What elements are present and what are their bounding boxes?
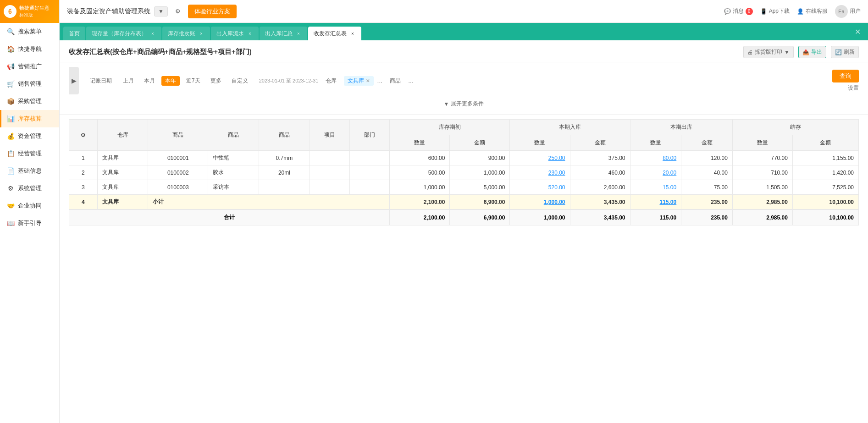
th-warehouse: 仓库 bbox=[97, 120, 148, 151]
total-in-amt: 3,435.00 bbox=[570, 209, 630, 225]
cell-out-amt-1: 40.00 bbox=[681, 165, 733, 180]
user-action[interactable]: Ea 用户 bbox=[835, 5, 861, 18]
cell-dept-2 bbox=[350, 180, 390, 195]
filter-toggle-arrow[interactable]: ▶ bbox=[69, 67, 79, 94]
table-area: ⚙ 仓库 商品 商品 商品 项目 部门 库存期初 本期入库 本期出库 结存 数量 bbox=[60, 115, 868, 230]
page-content: 收发存汇总表(按仓库+商品编码+商品+规格型号+项目+部门) 🖨 拣货版打印 ▼… bbox=[60, 40, 868, 423]
subtotal-warehouse: 文具库 bbox=[97, 195, 148, 210]
date-range-display: 2023-01-01 至 2023-12-31 bbox=[259, 77, 319, 84]
user-label: 用户 bbox=[850, 7, 861, 15]
date-btn-7days[interactable]: 近7天 bbox=[182, 76, 204, 86]
cell-warehouse-1: 文具库 bbox=[97, 165, 148, 180]
tab-close-3[interactable]: × bbox=[247, 30, 253, 37]
cell-in-qty-0[interactable]: 250.00 bbox=[510, 151, 570, 165]
sidebar-item-inventory[interactable]: 📊 库存核算 bbox=[0, 110, 59, 127]
date-btn-more[interactable]: 更多 bbox=[207, 76, 225, 86]
query-btn[interactable]: 查询 bbox=[832, 70, 859, 82]
settings-link[interactable]: 设置 bbox=[848, 84, 859, 92]
header-settings-icon[interactable]: ⚙ bbox=[171, 5, 184, 18]
total-bal-qty: 2,985.00 bbox=[732, 209, 792, 225]
subtotal-in-qty[interactable]: 1,000.00 bbox=[510, 195, 570, 210]
sidebar-item-system[interactable]: ⚙ 系统管理 bbox=[0, 180, 59, 197]
date-btn-this-month[interactable]: 本月 bbox=[140, 76, 159, 86]
cell-init-amt-1: 1,000.00 bbox=[450, 165, 510, 180]
app-download-action[interactable]: 📱 App下载 bbox=[760, 7, 790, 15]
cell-spec-1: 20ml bbox=[259, 165, 310, 180]
subtotal-in-amt: 3,435.00 bbox=[570, 195, 630, 210]
message-action[interactable]: 💬 消息 6 bbox=[724, 7, 753, 15]
total-in-qty: 1,000.00 bbox=[510, 209, 570, 225]
inventory-label: 库存核算 bbox=[18, 115, 42, 123]
subtotal-bal-qty: 2,985.00 bbox=[732, 195, 792, 210]
cell-out-qty-2[interactable]: 15.00 bbox=[630, 180, 681, 195]
sidebar-item-quick-nav[interactable]: 🏠 快捷导航 bbox=[0, 40, 59, 58]
total-bal-amt: 10,100.00 bbox=[792, 209, 858, 225]
cell-init-qty-0: 600.00 bbox=[390, 151, 450, 165]
warehouse-more-btn[interactable]: ... bbox=[377, 77, 383, 84]
th-project: 项目 bbox=[310, 120, 350, 151]
cell-code-0: 0100001 bbox=[148, 151, 208, 165]
tab-close-1[interactable]: × bbox=[149, 30, 156, 37]
cell-no-2: 3 bbox=[69, 180, 98, 195]
close-all-tabs-btn[interactable]: ✕ bbox=[851, 27, 864, 36]
cell-no-0: 1 bbox=[69, 151, 98, 165]
subtotal-out-qty[interactable]: 115.00 bbox=[630, 195, 681, 210]
sidebar-item-basic-info[interactable]: 📄 基础信息 bbox=[0, 162, 59, 180]
system-label: 系统管理 bbox=[18, 184, 42, 192]
sidebar-item-collab[interactable]: 🤝 企业协同 bbox=[0, 197, 59, 214]
tab-5[interactable]: 收发存汇总表× bbox=[308, 27, 361, 40]
purchase-icon: 📦 bbox=[7, 98, 14, 105]
warehouse-tag-close[interactable]: × bbox=[366, 77, 370, 84]
tab-4[interactable]: 出入库汇总× bbox=[260, 27, 307, 40]
date-btn-last-month[interactable]: 上月 bbox=[119, 76, 138, 86]
search-icon: 🔍 bbox=[7, 28, 14, 35]
online-service-action[interactable]: 👤 在线客服 bbox=[797, 7, 828, 15]
date-btn-custom[interactable]: 自定义 bbox=[228, 76, 252, 86]
collab-icon: 🤝 bbox=[7, 202, 14, 209]
cell-project-0 bbox=[310, 151, 350, 165]
subtotal-bal-amt: 10,100.00 bbox=[792, 195, 858, 210]
tab-1[interactable]: 现存量（库存分布表）× bbox=[86, 27, 161, 40]
goods-more-btn[interactable]: ... bbox=[408, 77, 414, 84]
tab-close-2[interactable]: × bbox=[198, 30, 205, 37]
warehouse-tag[interactable]: 文具库 × bbox=[344, 76, 373, 86]
table-footer: 合计 2,100.00 6,900.00 1,000.00 3,435.00 1… bbox=[69, 209, 859, 225]
sidebar-item-search[interactable]: 🔍 搜索菜单 bbox=[0, 23, 59, 40]
sidebar-item-operations[interactable]: 📋 经营管理 bbox=[0, 145, 59, 162]
tab-3[interactable]: 出入库流水× bbox=[211, 27, 259, 40]
export-icon: 📤 bbox=[802, 49, 809, 55]
tab-close-5[interactable]: × bbox=[349, 30, 356, 37]
tab-2[interactable]: 库存批次账× bbox=[162, 27, 210, 40]
sidebar-item-guide[interactable]: 📖 新手引导 bbox=[0, 214, 59, 232]
subtotal-no: 4 bbox=[69, 195, 98, 210]
cell-warehouse-0: 文具库 bbox=[97, 151, 148, 165]
th-out-group: 本期出库 bbox=[630, 120, 732, 135]
sidebar-item-sales[interactable]: 🛒 销售管理 bbox=[0, 75, 59, 93]
message-icon: 💬 bbox=[724, 8, 731, 15]
th-in-qty: 数量 bbox=[510, 135, 570, 151]
cell-in-qty-2[interactable]: 520.00 bbox=[510, 180, 570, 195]
quick-nav-label: 快捷导航 bbox=[18, 45, 42, 53]
cell-bal-amt-1: 1,420.00 bbox=[792, 165, 858, 180]
cell-bal-qty-1: 710.00 bbox=[732, 165, 792, 180]
trial-button[interactable]: 体验行业方案 bbox=[188, 5, 237, 18]
finance-label: 资金管理 bbox=[18, 132, 42, 140]
date-btn-this-year[interactable]: 本年 bbox=[161, 76, 180, 86]
cell-out-qty-0[interactable]: 80.00 bbox=[630, 151, 681, 165]
cell-in-qty-1[interactable]: 230.00 bbox=[510, 165, 570, 180]
sidebar-item-purchase[interactable]: 📦 采购管理 bbox=[0, 93, 59, 110]
cell-no-1: 2 bbox=[69, 165, 98, 180]
th-config[interactable]: ⚙ bbox=[69, 120, 98, 151]
system-selector[interactable]: ▼ bbox=[154, 6, 168, 16]
sidebar-item-finance[interactable]: 💰 资金管理 bbox=[0, 127, 59, 145]
cell-spec-2 bbox=[259, 180, 310, 195]
cell-out-qty-1[interactable]: 20.00 bbox=[630, 165, 681, 180]
expand-more-btn[interactable]: ▼ 展开更多条件 bbox=[444, 100, 484, 108]
print-btn[interactable]: 🖨 拣货版打印 ▼ bbox=[743, 46, 794, 58]
tab-close-4[interactable]: × bbox=[295, 30, 302, 37]
refresh-btn[interactable]: 🔄 刷新 bbox=[831, 46, 859, 58]
page-title: 收发存汇总表(按仓库+商品编码+商品+规格型号+项目+部门) bbox=[69, 48, 252, 56]
tab-0[interactable]: 首页 bbox=[63, 27, 85, 40]
sidebar-item-marketing[interactable]: 📢 营销推广 bbox=[0, 58, 59, 75]
export-btn[interactable]: 📤 导出 bbox=[798, 46, 826, 58]
